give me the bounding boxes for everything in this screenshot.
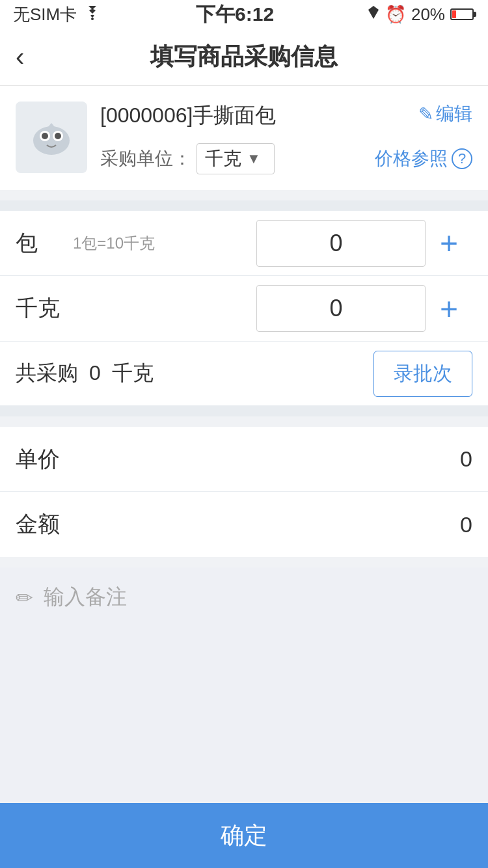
section-divider-2 bbox=[0, 406, 488, 416]
carrier-label: 无SIM卡 bbox=[13, 3, 77, 26]
input-section: 包 1包=10千克 + 千克 + bbox=[0, 211, 488, 341]
main-content: [0000006]手撕面包 ✎ 编辑 采购单位： 千克 ▼ 价格参照 ? bbox=[0, 86, 488, 867]
dropdown-arrow: ▼ bbox=[247, 150, 261, 167]
battery-percent: 20% bbox=[411, 5, 445, 25]
edit-button[interactable]: ✎ 编辑 bbox=[418, 102, 472, 126]
amount-label: 金额 bbox=[16, 509, 60, 539]
unit-price-value: 0 bbox=[460, 446, 472, 472]
amount-value: 0 bbox=[460, 512, 472, 537]
amount-row: 金额 0 bbox=[0, 492, 488, 557]
confirm-button[interactable]: 确定 bbox=[0, 803, 488, 868]
location-icon bbox=[367, 5, 380, 25]
product-card: [0000006]手撕面包 ✎ 编辑 采购单位： 千克 ▼ 价格参照 ? bbox=[0, 86, 488, 190]
summary-text: 共采购 0 千克 bbox=[16, 359, 154, 388]
status-bar-right: ⏰ 20% bbox=[367, 5, 475, 25]
unit-price-label: 单价 bbox=[16, 444, 60, 474]
unit-select[interactable]: 千克 ▼ bbox=[197, 143, 275, 174]
price-ref-button[interactable]: 价格参照 ? bbox=[375, 146, 472, 171]
nav-bar: ‹ 填写商品采购信息 bbox=[0, 29, 488, 86]
bao-input-control: + bbox=[256, 220, 472, 267]
edit-icon: ✎ bbox=[418, 103, 433, 125]
notes-section[interactable]: ✏ 输入备注 bbox=[0, 567, 488, 802]
product-name: [0000006]手撕面包 bbox=[100, 102, 276, 130]
kg-label: 千克 bbox=[16, 293, 68, 323]
svg-point-4 bbox=[42, 133, 48, 139]
batch-button[interactable]: 录批次 bbox=[373, 351, 472, 397]
status-bar: 无SIM卡 下午6:12 ⏰ 20% bbox=[0, 0, 488, 29]
summary-row: 共采购 0 千克 录批次 bbox=[0, 341, 488, 406]
status-bar-time: 下午6:12 bbox=[196, 1, 274, 28]
help-icon: ? bbox=[452, 148, 472, 169]
bao-plus-button[interactable]: + bbox=[426, 220, 472, 267]
back-button[interactable]: ‹ bbox=[16, 42, 24, 72]
notes-placeholder-text: 输入备注 bbox=[44, 583, 127, 612]
alarm-icon: ⏰ bbox=[385, 5, 406, 25]
product-name-row: [0000006]手撕面包 ✎ 编辑 bbox=[100, 102, 472, 130]
battery-icon bbox=[450, 8, 475, 20]
bao-quantity-input[interactable] bbox=[256, 220, 426, 267]
product-info: [0000006]手撕面包 ✎ 编辑 采购单位： 千克 ▼ 价格参照 ? bbox=[100, 102, 472, 174]
bao-sub-label: 1包=10千克 bbox=[73, 233, 256, 254]
wifi-icon bbox=[82, 5, 103, 25]
svg-point-5 bbox=[55, 133, 61, 139]
kg-input-row: 千克 + bbox=[0, 276, 488, 341]
kg-plus-button[interactable]: + bbox=[426, 285, 472, 332]
bao-input-row: 包 1包=10千克 + bbox=[0, 211, 488, 276]
svg-point-0 bbox=[91, 18, 94, 20]
bao-label: 包 bbox=[16, 228, 68, 258]
svg-point-1 bbox=[33, 126, 70, 155]
price-section: 单价 0 金额 0 bbox=[0, 427, 488, 557]
page-title: 填写商品采购信息 bbox=[150, 41, 338, 73]
kg-input-control: + bbox=[256, 285, 472, 332]
unit-row: 采购单位： 千克 ▼ 价格参照 ? bbox=[100, 143, 472, 174]
pencil-icon: ✏ bbox=[16, 586, 33, 610]
product-thumbnail bbox=[16, 102, 87, 173]
kg-quantity-input[interactable] bbox=[256, 285, 426, 332]
section-divider-1 bbox=[0, 200, 488, 211]
unit-price-row: 单价 0 bbox=[0, 427, 488, 492]
confirm-button-label: 确定 bbox=[221, 820, 267, 852]
status-bar-left: 无SIM卡 bbox=[13, 3, 103, 26]
unit-label-text: 采购单位： bbox=[100, 146, 191, 171]
